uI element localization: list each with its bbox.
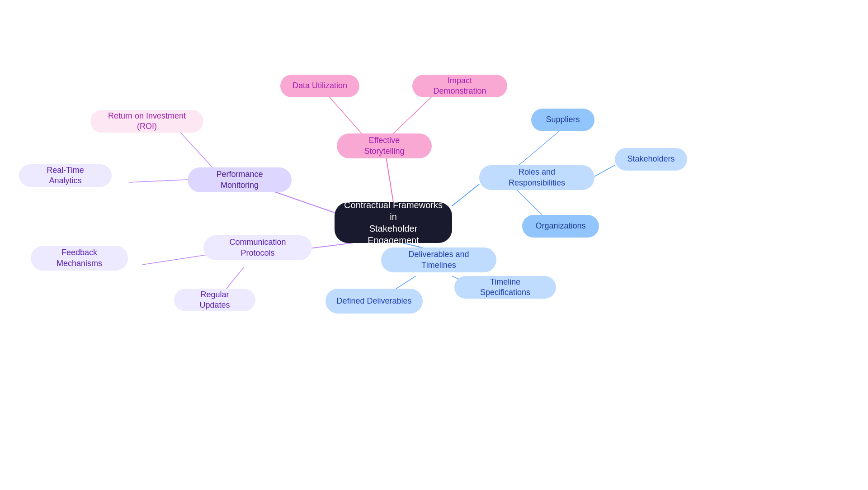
- communication-protocols-label: Communication Protocols: [214, 237, 301, 258]
- impact-demonstration-node[interactable]: Impact Demonstration: [412, 75, 507, 97]
- defined-deliverables-label: Defined Deliverables: [336, 296, 411, 306]
- effective-storytelling-node[interactable]: Effective Storytelling: [337, 133, 432, 158]
- defined-deliverables-node[interactable]: Defined Deliverables: [326, 289, 423, 314]
- feedback-mechanisms-label: Feedback Mechanisms: [42, 247, 117, 269]
- suppliers-label: Suppliers: [546, 114, 580, 125]
- roles-responsibilities-label: Roles and Responsibilities: [490, 167, 584, 188]
- roles-responsibilities-node[interactable]: Roles and Responsibilities: [479, 165, 594, 190]
- regular-updates-node[interactable]: Regular Updates: [174, 289, 255, 311]
- return-on-investment-label: Return on Investment (ROI): [101, 111, 193, 132]
- organizations-node[interactable]: Organizations: [522, 215, 599, 238]
- timeline-specifications-label: Timeline Specifications: [465, 277, 545, 298]
- deliverables-timelines-node[interactable]: Deliverables and Timelines: [381, 247, 496, 272]
- svg-line-14: [142, 254, 210, 265]
- svg-line-5: [129, 180, 188, 182]
- performance-monitoring-label: Performance Monitoring: [198, 169, 281, 190]
- deliverables-timelines-label: Deliverables and Timelines: [392, 249, 486, 271]
- data-utilization-node[interactable]: Data Utilization: [280, 75, 359, 97]
- performance-monitoring-node[interactable]: Performance Monitoring: [188, 167, 292, 192]
- communication-protocols-node[interactable]: Communication Protocols: [203, 235, 312, 260]
- feedback-mechanisms-node[interactable]: Feedback Mechanisms: [31, 246, 128, 271]
- svg-line-8: [594, 165, 615, 176]
- data-utilization-label: Data Utilization: [292, 81, 347, 91]
- svg-line-6: [452, 184, 479, 206]
- timeline-specifications-node[interactable]: Timeline Specifications: [454, 276, 556, 299]
- suppliers-node[interactable]: Suppliers: [531, 109, 594, 131]
- real-time-analytics-node[interactable]: Real-Time Analytics: [19, 164, 112, 187]
- svg-line-4: [176, 128, 212, 167]
- organizations-label: Organizations: [535, 221, 585, 231]
- return-on-investment-node[interactable]: Return on Investment (ROI): [90, 110, 203, 133]
- real-time-analytics-label: Real-Time Analytics: [30, 165, 101, 186]
- stakeholders-node[interactable]: Stakeholders: [615, 148, 687, 171]
- stakeholders-label: Stakeholders: [627, 154, 675, 164]
- regular-updates-label: Regular Updates: [185, 290, 245, 311]
- effective-storytelling-label: Effective Storytelling: [348, 135, 421, 157]
- center-label: Contractual Frameworks in Stakeholder En…: [344, 199, 443, 246]
- center-node[interactable]: Contractual Frameworks in Stakeholder En…: [335, 202, 452, 243]
- impact-demonstration-label: Impact Demonstration: [423, 76, 496, 97]
